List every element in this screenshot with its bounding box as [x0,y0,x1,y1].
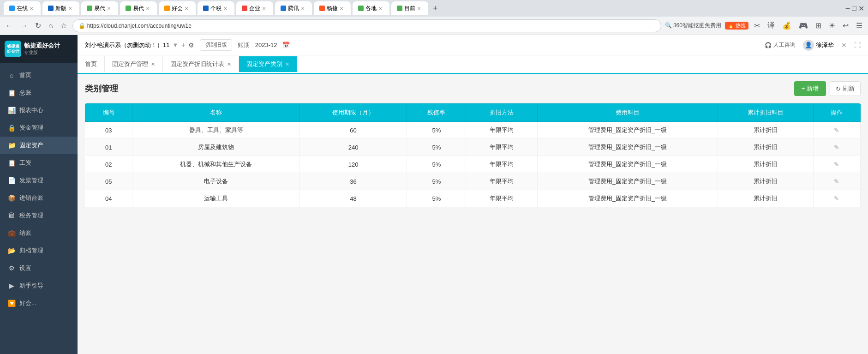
guide-icon: ▶ [7,282,16,290]
undo-button[interactable]: ↩ [841,19,850,32]
add-category-button[interactable]: + 新增 [794,81,826,96]
sidebar-item-report[interactable]: 📊 报表中心 [0,102,78,119]
settings-top-button[interactable]: ⚙ [188,42,194,49]
calendar-icon[interactable]: 📅 [282,42,290,48]
tab-label-5: 个税 [210,5,221,12]
row3-edit-icon[interactable]: ✎ [834,178,839,185]
game-button[interactable]: 🎮 [797,19,810,32]
browser-tab-0[interactable]: 在线 ✕ [4,1,41,15]
grid-button[interactable]: ⊞ [814,19,823,32]
tab-close-fixed-assets-mgmt[interactable]: ✕ [151,61,155,67]
tab-label-3: 易代 [133,5,144,12]
add-button[interactable]: + [181,41,185,49]
tab-close-6[interactable]: ✕ [262,6,266,11]
row0-code[interactable]: 03 [85,122,132,139]
sidebar-item-tax[interactable]: 🏛 税务管理 [0,207,78,224]
row1-edit-icon[interactable]: ✎ [834,144,839,151]
tab-close-2[interactable]: ✕ [107,6,111,11]
tab-close-10[interactable]: ✕ [417,6,421,11]
close-button[interactable]: ✕ [858,4,864,13]
tab-label-2: 易代 [94,5,105,12]
browser-tab-8[interactable]: 畅捷 ✕ [314,1,351,15]
tab-close-7[interactable]: ✕ [301,6,305,11]
ledger-icon: 📋 [7,89,16,97]
top-expand-button[interactable]: ⛶ [854,42,861,49]
browser-tab-4[interactable]: 好会 ✕ [159,1,196,15]
new-tab-button[interactable]: + [430,4,441,13]
row1-action[interactable]: ✎ [813,139,860,156]
row1-code[interactable]: 01 [85,139,132,156]
service-button[interactable]: 🎧 人工咨询 [765,41,796,49]
sidebar-item-archive[interactable]: 📂 归档管理 [0,242,78,259]
sidebar-item-fixed-assets[interactable]: 📁 固定资产 [0,137,78,154]
minimize-button[interactable]: − [845,4,850,13]
tab-close-0[interactable]: ✕ [30,6,33,11]
browser-tab-7[interactable]: 腾讯 ✕ [275,1,312,15]
row3-code[interactable]: 05 [85,173,132,190]
browser-tab-6[interactable]: 企业 ✕ [236,1,273,15]
tab-fixed-assets-mgmt[interactable]: 固定资产管理 ✕ [105,56,163,72]
browser-tab-3[interactable]: 易代 ✕ [120,1,157,15]
sidebar-item-salary[interactable]: 📋 工资 [0,154,78,172]
maximize-button[interactable]: □ [852,4,856,12]
sidebar-item-settlement[interactable]: 💼 结账 [0,224,78,242]
sidebar-item-report-label: 报表中心 [19,106,43,114]
sidebar-item-inventory[interactable]: 📦 进销台账 [0,189,78,207]
refresh-icon: ↻ [836,85,841,92]
tab-close-8[interactable]: ✕ [340,6,343,11]
dropdown-icon[interactable]: ▼ [172,42,178,48]
switch-version-button[interactable]: 切到旧版 [200,39,232,51]
row0-edit-icon[interactable]: ✎ [834,126,839,134]
translate-button[interactable]: 译 [766,19,777,32]
row4-code[interactable]: 04 [85,190,132,207]
settings-browser-button[interactable]: ☀ [827,19,837,32]
row2-edit-icon[interactable]: ✎ [834,161,839,168]
browser-tab-1[interactable]: 新版 ✕ [42,1,79,15]
reload-button[interactable]: ↻ [33,19,43,32]
scissors-button[interactable]: ✂ [752,19,762,32]
sidebar-item-more[interactable]: 🔽 好会... [0,294,78,312]
browser-tab-10[interactable]: 目前 ✕ [391,1,428,15]
refresh-button[interactable]: ↻ 刷新 [830,81,861,96]
browser-tab-5[interactable]: 个税 ✕ [198,1,234,15]
row3-period: 36 [299,173,407,190]
tab-close-1[interactable]: ✕ [68,6,72,11]
sidebar-item-settings[interactable]: ⚙ 设置 [0,259,78,277]
row3-action[interactable]: ✎ [813,173,860,190]
salary-icon: 📋 [7,159,16,167]
tab-close-depreciation-table[interactable]: ✕ [227,61,231,67]
sidebar-item-fund[interactable]: 🔒 资金管理 [0,119,78,137]
top-close-button[interactable]: ✕ [841,42,847,49]
tab-close-9[interactable]: ✕ [378,6,382,11]
bookmark-button[interactable]: ☆ [59,19,69,32]
row1-period: 240 [299,139,407,156]
row2-code[interactable]: 02 [85,156,132,173]
row4-edit-icon[interactable]: ✎ [834,195,839,202]
tab-asset-category[interactable]: 固定资产类别 ✕ [239,56,297,72]
browser-tab-9[interactable]: 各地 ✕ [353,1,389,15]
url-bar[interactable]: 🔒 https://cloud.chanjet.com/accounting/u… [72,19,661,32]
tab-label-6: 企业 [249,5,260,12]
row4-action[interactable]: ✎ [813,190,860,207]
browser-tab-2[interactable]: 易代 ✕ [81,1,118,15]
tab-close-asset-category[interactable]: ✕ [285,61,289,67]
row1-name: 房屋及建筑物 [132,139,300,156]
tab-home[interactable]: 首页 [78,56,105,72]
row0-action[interactable]: ✎ [813,122,860,139]
tab-close-5[interactable]: ✕ [223,6,227,11]
tab-depreciation-table-label: 固定资产折旧统计表 [170,60,224,68]
wallet-button[interactable]: 💰 [780,19,793,32]
home-button[interactable]: ⌂ [47,20,55,32]
row2-action[interactable]: ✎ [813,156,860,173]
forward-button[interactable]: → [18,20,30,32]
sidebar-item-guide[interactable]: ▶ 新手引导 [0,277,78,294]
back-button[interactable]: ← [4,20,15,32]
sidebar-item-invoice[interactable]: 📄 发票管理 [0,172,78,189]
tab-bar: 首页 固定资产管理 ✕ 固定资产折旧统计表 ✕ 固定资产类别 ✕ [78,55,868,74]
tab-depreciation-table[interactable]: 固定资产折旧统计表 ✕ [163,56,239,72]
sidebar-item-ledger[interactable]: 📋 总账 [0,84,78,102]
tab-close-4[interactable]: ✕ [185,6,188,11]
tab-close-3[interactable]: ✕ [146,6,150,11]
menu-button[interactable]: ☰ [854,19,864,32]
sidebar-item-home[interactable]: ⌂ 首页 [0,66,78,84]
